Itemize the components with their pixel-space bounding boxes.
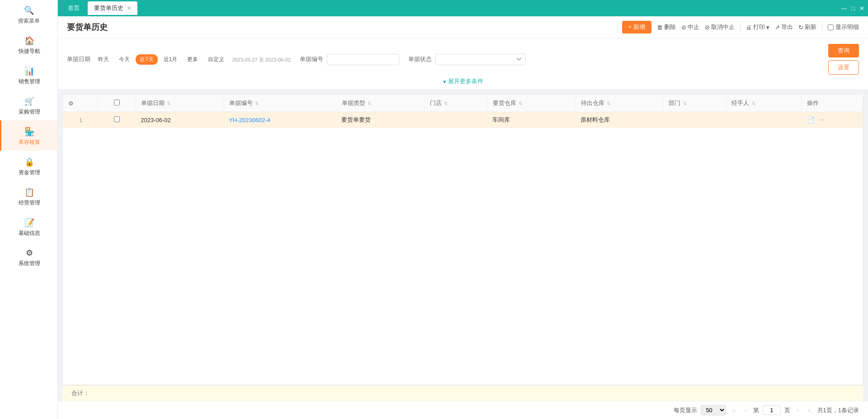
- summary-label: 合计：: [71, 390, 89, 396]
- doc-no-filter-group: 单据编号: [300, 54, 399, 65]
- th-doc-no: 单据编号 ⇅: [223, 95, 336, 112]
- refresh-icon: ↻: [798, 24, 803, 31]
- sidebar-item-label: 采购管理: [19, 108, 40, 116]
- filter-row: 单据日期 昨天 今天 近7天 近1月 更多 自定义 2023-05-27 至 2…: [67, 44, 859, 75]
- page-input[interactable]: [763, 405, 781, 415]
- expand-more-button[interactable]: ▾ 展开更多条件: [67, 77, 859, 86]
- sort-icon[interactable]: ⇅: [255, 101, 259, 106]
- date-btn-1month[interactable]: 近1月: [160, 54, 182, 65]
- toolbar-divider2: [822, 24, 822, 31]
- date-btn-yesterday[interactable]: 昨天: [94, 54, 113, 65]
- table-container: ⚙ 单据日期 ⇅ 单据编号 ⇅: [62, 94, 863, 385]
- sidebar-item-operations[interactable]: 📋 经营管理: [0, 181, 57, 211]
- th-handler: 经手人 ⇅: [726, 95, 802, 112]
- next-page-btn[interactable]: ›: [794, 406, 801, 414]
- cancel-stop-icon: ⊘: [705, 24, 710, 31]
- window-maximize-icon[interactable]: □: [851, 5, 855, 12]
- cancel-stop-button[interactable]: ⊘ 取消中止: [705, 23, 735, 31]
- stop-button[interactable]: ⊘ 中止: [681, 23, 699, 31]
- table-header-row: ⚙ 单据日期 ⇅ 单据编号 ⇅: [63, 95, 863, 112]
- table-row: 1 2023-06-02 YH-20230602-4 要货单要货 车间库 原材料…: [63, 112, 863, 128]
- window-close-icon[interactable]: ✕: [859, 5, 864, 12]
- sidebar-item-label: 销售管理: [19, 78, 40, 86]
- doc-no-link[interactable]: YH-20230602-4: [229, 117, 270, 124]
- operations-icon: 📋: [24, 187, 34, 197]
- print-button[interactable]: 🖨 打印 ▾: [746, 23, 769, 31]
- date-filter-group: 单据日期 昨天 今天 近7天 近1月 更多 自定义 2023-05-27 至 2…: [67, 54, 291, 65]
- page-content: 要货单历史 + 新增 🗑 删除 ⊘ 中止 ⊘ 取消中止 🖨 打: [58, 16, 868, 419]
- lock-icon: 🔒: [24, 157, 34, 167]
- date-buttons: 昨天 今天 近7天 近1月 更多 自定义: [94, 54, 228, 65]
- doc-icon: 📝: [24, 218, 34, 228]
- first-page-btn[interactable]: «: [730, 406, 738, 414]
- page-suffix: 页: [784, 406, 790, 414]
- sidebar-item-label: 经营管理: [19, 199, 40, 207]
- page-label: 第: [753, 406, 759, 414]
- tab-requisition-label: 要货单历史: [94, 4, 123, 12]
- main-area: 首页 要货单历史 ✕ — □ ✕ 要货单历史 + 新增 🗑 删除 ⊘ 中: [58, 0, 868, 419]
- export-button[interactable]: ↗ 导出: [775, 23, 793, 31]
- sort-icon[interactable]: ⇅: [752, 101, 755, 106]
- row-handler: [726, 112, 802, 128]
- sidebar-item-label: 库存核算: [19, 138, 40, 146]
- page-header: 要货单历史 + 新增 🗑 删除 ⊘ 中止 ⊘ 取消中止 🖨 打: [58, 16, 868, 38]
- display-detail-toggle[interactable]: 显示明细: [828, 23, 859, 31]
- sort-icon[interactable]: ⇅: [607, 101, 610, 106]
- row-doc-type: 要货单要货: [336, 112, 424, 128]
- refresh-button[interactable]: ↻ 刷新: [798, 23, 816, 31]
- sort-icon[interactable]: ⇅: [444, 101, 448, 106]
- sidebar-search[interactable]: 🔍 搜索菜单: [0, 0, 57, 29]
- data-table: ⚙ 单据日期 ⇅ 单据编号 ⇅: [63, 95, 863, 128]
- sidebar-item-finance[interactable]: 🔒 资金管理: [0, 151, 57, 181]
- sidebar-item-quick-nav[interactable]: 🏠 快捷导航: [0, 29, 57, 60]
- row-checkbox[interactable]: [114, 116, 120, 122]
- doc-no-input[interactable]: [327, 54, 399, 65]
- last-page-btn[interactable]: »: [805, 406, 813, 414]
- sidebar-item-purchase[interactable]: 🛒 采购管理: [0, 90, 57, 120]
- date-btn-more[interactable]: 更多: [183, 54, 202, 65]
- more-op-icon[interactable]: ⋯: [818, 116, 825, 124]
- row-store: [424, 112, 487, 128]
- filter-settings-button[interactable]: 设置: [828, 60, 859, 75]
- query-button[interactable]: 查询: [828, 44, 859, 57]
- th-pending-warehouse: 待出仓库 ⇅: [575, 95, 663, 112]
- sidebar-item-basic-info[interactable]: 📝 基础信息: [0, 211, 57, 242]
- date-btn-custom[interactable]: 自定义: [204, 54, 228, 65]
- page-size-select[interactable]: 10 20 50 100: [701, 405, 726, 415]
- total-info: 共1页，1条记录: [817, 406, 859, 414]
- prev-page-btn[interactable]: ‹: [742, 406, 750, 414]
- sort-icon[interactable]: ⇅: [519, 101, 522, 106]
- sidebar-item-inventory[interactable]: 🏪 库存核算: [0, 120, 57, 151]
- display-detail-checkbox[interactable]: [828, 24, 834, 30]
- row-req-warehouse: 车间库: [487, 112, 575, 128]
- inventory-icon: 🏪: [24, 127, 34, 137]
- sort-icon[interactable]: ⇅: [683, 101, 687, 106]
- th-settings[interactable]: ⚙: [63, 95, 99, 112]
- toolbar: + 新增 🗑 删除 ⊘ 中止 ⊘ 取消中止 🖨 打印 ▾: [622, 21, 859, 33]
- delete-button[interactable]: 🗑 删除: [657, 23, 676, 31]
- new-button[interactable]: + 新增: [622, 21, 651, 33]
- tab-home[interactable]: 首页: [61, 1, 86, 15]
- page-title: 要货单历史: [67, 22, 108, 33]
- sidebar-item-sales[interactable]: 📊 销售管理: [0, 60, 57, 90]
- tab-close-icon[interactable]: ✕: [127, 5, 131, 11]
- page-size-label: 每页显示: [674, 406, 697, 414]
- toolbar-divider: [740, 24, 741, 31]
- th-store: 门店 ⇅: [424, 95, 487, 112]
- doc-status-label: 单据状态: [408, 55, 432, 63]
- tab-requisition-history[interactable]: 要货单历史 ✕: [88, 1, 137, 15]
- gear-icon: ⚙: [26, 248, 33, 258]
- th-req-warehouse: 要货仓库 ⇅: [487, 95, 575, 112]
- select-all-checkbox[interactable]: [114, 100, 120, 105]
- date-btn-7days[interactable]: 近7天: [136, 54, 158, 65]
- sort-icon[interactable]: ⇅: [167, 101, 170, 106]
- doc-status-select[interactable]: [435, 54, 526, 65]
- row-pending-warehouse: 原材料仓库: [575, 112, 663, 128]
- window-minimize-icon[interactable]: —: [841, 5, 847, 12]
- sort-icon[interactable]: ⇅: [368, 101, 371, 106]
- sidebar-item-label: 快捷导航: [19, 48, 40, 55]
- view-op-icon[interactable]: 📄: [807, 116, 815, 124]
- date-btn-today[interactable]: 今天: [115, 54, 134, 65]
- delete-icon: 🗑: [657, 24, 663, 31]
- sidebar-item-system[interactable]: ⚙ 系统管理: [0, 242, 57, 272]
